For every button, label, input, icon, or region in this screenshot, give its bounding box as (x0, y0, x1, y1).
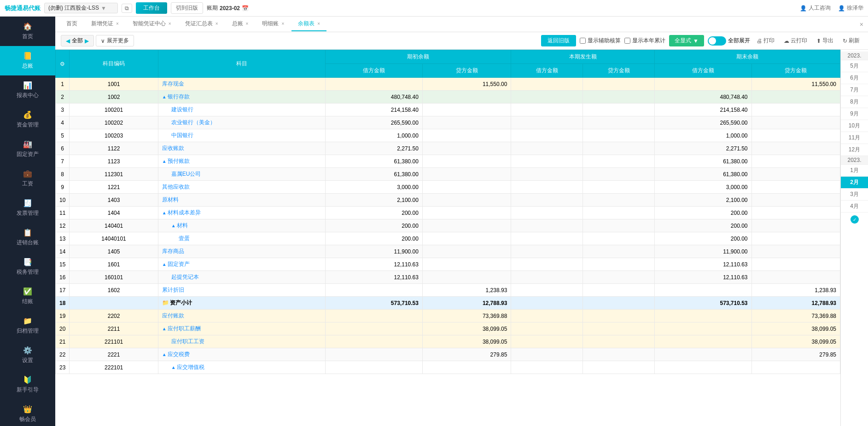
tab-ledger[interactable]: 总账 × (226, 17, 255, 31)
user-profile[interactable]: 👤 徐泽华 (838, 4, 863, 12)
right-panel-month-2[interactable]: 2月 (841, 177, 868, 189)
td-name[interactable]: ▲银行存款 (158, 91, 326, 104)
expand-icon[interactable]: ▲ (162, 326, 167, 331)
workbench-button[interactable]: 工作台 (136, 2, 167, 14)
expand-toggle-switch[interactable] (708, 36, 726, 46)
account-link[interactable]: 累计折旧 (162, 287, 184, 293)
sidebar-item-purchase[interactable]: 📋 进销台账 (0, 223, 55, 252)
sidebar-item-archive[interactable]: 📁 归档管理 (0, 311, 55, 340)
tab-detail-close[interactable]: × (281, 21, 284, 26)
sidebar-item-guide[interactable]: 🔰 新手引导 (0, 370, 55, 399)
consult-btn[interactable]: 👤 人工咨询 (800, 4, 831, 12)
company-selector[interactable]: (勿删) 江西股金-LSS ▼ (44, 3, 118, 13)
account-link[interactable]: 建设银行 (171, 106, 193, 113)
sidebar-item-capital[interactable]: 💰 资金管理 (0, 105, 55, 134)
td-name[interactable]: ▲材料 (158, 219, 326, 232)
account-link[interactable]: 应交增值税 (177, 364, 204, 370)
tab-ledger-close[interactable]: × (246, 21, 249, 26)
show-aux-calc-label[interactable]: 显示辅助核算 (588, 37, 621, 45)
tab-detail[interactable]: 明细账 × (256, 17, 291, 31)
refresh-btn[interactable]: ↻ 刷新 (840, 35, 862, 46)
right-panel-month-10[interactable]: 10月 (841, 120, 868, 132)
copy-icon-btn[interactable]: ⧉ (122, 4, 132, 13)
right-panel-month-8[interactable]: 8月 (841, 96, 868, 108)
right-panel-month-11[interactable]: 11月 (841, 132, 868, 144)
account-link[interactable]: 原材料 (162, 196, 179, 203)
account-link[interactable]: 库存现金 (162, 81, 184, 87)
sidebar-item-setting[interactable]: ⚙️ 设置 (0, 340, 55, 370)
sidebar-item-settle[interactable]: ✅ 结账 (0, 282, 55, 311)
right-panel-month-12[interactable]: 12月 (841, 144, 868, 156)
tab-new-voucher-close[interactable]: × (116, 21, 119, 26)
td-name[interactable]: 建设银行 (158, 104, 326, 116)
expand-more-btn[interactable]: ∨ 展开更多 (96, 35, 134, 46)
print-btn[interactable]: 🖨 打印 (754, 35, 777, 46)
sidebar-item-home[interactable]: 🏠 首页 (0, 17, 55, 46)
tab-close-all[interactable]: × (855, 21, 868, 28)
right-panel-month-1[interactable]: 1月 (841, 165, 868, 177)
right-panel-month-5[interactable]: 5月 (841, 60, 868, 72)
account-link[interactable]: 起提凭记本 (171, 274, 199, 280)
account-link[interactable]: 应交税费 (168, 351, 190, 357)
right-panel-month-6[interactable]: 6月 (841, 72, 868, 84)
right-panel-month-4[interactable]: 4月 (841, 201, 868, 213)
account-link[interactable]: 应收账款 (162, 145, 184, 151)
account-link[interactable]: 材料 (177, 222, 188, 229)
td-name[interactable]: ▲应交税费 (158, 348, 326, 361)
td-name[interactable]: 库存商品 (158, 245, 326, 258)
td-name[interactable]: 起提凭记本 (158, 271, 326, 284)
right-panel-month-3[interactable]: 3月 (841, 189, 868, 201)
td-name[interactable]: ▲材料成本差异 (158, 207, 326, 219)
td-name[interactable]: 其他应收款 (158, 181, 326, 194)
td-name[interactable]: 库存现金 (158, 78, 326, 91)
expand-icon[interactable]: ▲ (162, 94, 167, 99)
td-name[interactable]: 应付职工工资 (158, 335, 326, 348)
switch-old-btn[interactable]: 切到旧版 (171, 2, 203, 14)
tab-home[interactable]: 首页 (60, 17, 84, 31)
right-panel-circle-btn[interactable]: ✓ (851, 215, 859, 224)
tab-balance[interactable]: 余额表 × (291, 17, 326, 31)
show-year-cum-label[interactable]: 显示本年累计 (632, 37, 665, 45)
td-name[interactable]: ▲固定资产 (158, 258, 326, 271)
account-link[interactable]: 预付账款 (168, 158, 190, 164)
td-name[interactable]: 农业银行（美金） (158, 116, 326, 129)
account-link[interactable]: 嘉属EU公司 (171, 171, 201, 177)
th-settings[interactable]: ⚙ (56, 50, 70, 78)
td-name[interactable]: 原材料 (158, 194, 326, 207)
sidebar-item-ledger[interactable]: 📒 总账 (0, 46, 55, 75)
right-panel-month-7[interactable]: 7月 (841, 84, 868, 96)
right-panel-month-9[interactable]: 9月 (841, 108, 868, 120)
tab-balance-close[interactable]: × (317, 21, 320, 26)
td-name[interactable]: 应收账款 (158, 142, 326, 155)
account-link[interactable]: 壹蛋 (179, 235, 190, 242)
sidebar-item-report[interactable]: 📊 报表中心 (0, 75, 55, 105)
format-btn[interactable]: 全显式 ▼ (669, 35, 704, 46)
account-link[interactable]: 固定资产 (168, 261, 190, 267)
expand-icon[interactable]: ▲ (171, 365, 176, 370)
tab-new-voucher[interactable]: 新增凭证 × (85, 17, 125, 31)
tab-smart-center-close[interactable]: × (169, 21, 171, 26)
td-name[interactable]: 📁资产小计 (158, 297, 326, 310)
show-year-cum-checkbox[interactable] (624, 38, 630, 44)
account-link[interactable]: 库存商品 (162, 248, 184, 254)
sidebar-item-wage[interactable]: 💼 工资 (0, 164, 55, 193)
account-link[interactable]: 其他应收款 (162, 184, 190, 190)
return-old-btn[interactable]: 返回旧版 (541, 35, 576, 46)
cloud-print-btn[interactable]: ☁ 云打印 (781, 35, 810, 46)
account-link[interactable]: 应付职工工资 (171, 338, 204, 345)
filter-all-btn[interactable]: ◀ 全部 ▶ (61, 35, 94, 46)
tab-smart-center[interactable]: 智能凭证中心 × (126, 17, 178, 31)
account-link[interactable]: 应付账款 (162, 312, 184, 319)
td-name[interactable]: 壹蛋 (158, 232, 326, 245)
expand-icon[interactable]: ▲ (162, 210, 167, 215)
expand-icon[interactable]: ▲ (162, 352, 167, 357)
show-aux-calc-checkbox[interactable] (580, 38, 586, 44)
sidebar-item-member[interactable]: 👑 畅会员 (0, 399, 55, 426)
td-name[interactable]: ▲应交增值税 (158, 361, 326, 374)
expand-icon[interactable]: ▲ (162, 262, 167, 267)
account-link[interactable]: 中国银行 (171, 132, 193, 138)
expand-icon[interactable]: ▲ (162, 159, 167, 164)
account-link[interactable]: 农业银行（美金） (171, 119, 216, 126)
sidebar-item-asset[interactable]: 🏭 固定资产 (0, 134, 55, 164)
td-name[interactable]: 中国银行 (158, 129, 326, 142)
